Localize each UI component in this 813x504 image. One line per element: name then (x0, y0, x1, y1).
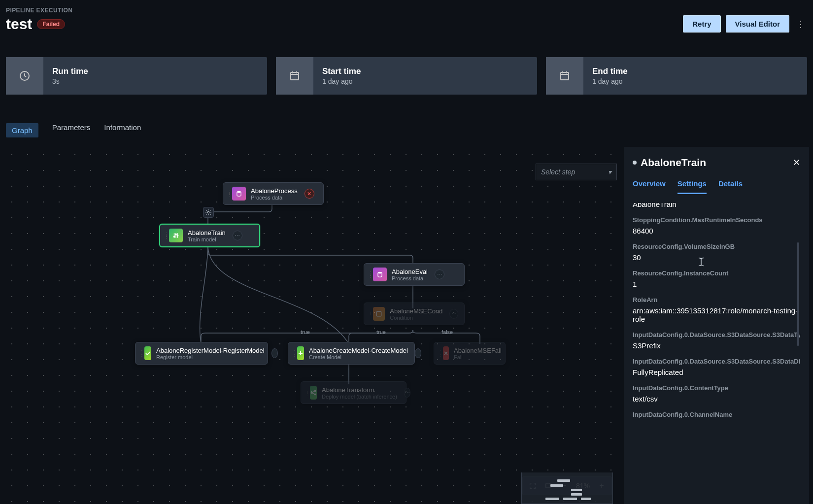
node-abalone-register-model[interactable]: ⋮⋮ AbaloneRegisterModel-RegisterModel Re… (135, 342, 268, 365)
tab-parameters[interactable]: Parameters (52, 123, 91, 137)
drag-handle-icon[interactable]: ⋮⋮ (305, 386, 308, 400)
drag-handle-icon[interactable]: ⋮⋮ (368, 307, 371, 321)
chevron-down-icon: ▾ (608, 168, 611, 176)
panel-tab-settings[interactable]: Settings (678, 179, 707, 194)
node-abalone-transform[interactable]: ⋮⋮ AbaloneTransform Deploy model (batch … (301, 381, 406, 404)
check-icon (144, 346, 151, 360)
plus-icon (297, 346, 304, 360)
pending-icon: ⋯ (233, 231, 242, 240)
node-abalone-train[interactable]: ⋮⋮ AbaloneTrain Train model ⋯ (159, 224, 260, 247)
node-subtitle: Process data (392, 275, 428, 281)
edge-label-true: true (376, 329, 386, 335)
svg-point-3 (207, 211, 209, 213)
text-cursor-icon (697, 257, 705, 269)
select-step-dropdown[interactable]: Select step ▾ (536, 164, 617, 180)
svg-point-7 (177, 235, 178, 236)
edge-label-false: false (441, 329, 453, 335)
node-subtitle: Train model (188, 236, 226, 242)
kv-value: arn:aws:iam::395135312817:role/monarch-t… (633, 306, 800, 323)
svg-point-10 (311, 392, 312, 393)
svg-point-5 (173, 236, 174, 237)
sliders-icon (169, 229, 183, 242)
gear-icon[interactable] (203, 207, 214, 218)
svg-point-11 (314, 390, 315, 391)
node-title: AbaloneRegisterModel-RegisterModel (156, 347, 265, 354)
tab-graph[interactable]: Graph (6, 123, 38, 137)
kv-label: StoppingCondition.MaxRuntimeInSeconds (633, 216, 800, 224)
node-title: AbaloneTransform (322, 386, 397, 394)
kv-value: FullyReplicated (633, 368, 800, 376)
kv-value: 1 (633, 280, 800, 288)
clock-icon (6, 57, 43, 95)
kv-label: ResourceConfig.VolumeSizeInGB (633, 243, 800, 250)
tab-information[interactable]: Information (104, 123, 141, 137)
breadcrumb: PIPELINE EXECUTION (6, 7, 72, 14)
node-title: AbaloneMSECond (390, 307, 442, 315)
drag-handle-icon[interactable]: ⋮⋮ (164, 229, 167, 242)
node-abalone-mse-cond[interactable]: ⋮⋮ AbaloneMSECond Condition ⋯ (364, 302, 465, 325)
page-title: test (6, 16, 32, 33)
kv-value: 30 (633, 253, 800, 262)
scrollbar[interactable] (797, 242, 799, 346)
drag-handle-icon[interactable]: ⋮⋮ (438, 346, 441, 360)
node-abalone-process[interactable]: ⋮⋮ AbaloneProcess Process data ✕ (223, 182, 324, 205)
svg-point-8 (378, 272, 382, 274)
kv-label: RoleArn (633, 296, 800, 303)
fail-icon: ✕ (305, 189, 314, 199)
node-abalone-create-model[interactable]: ⋮⋮ AbaloneCreateModel-CreateModel Create… (288, 342, 415, 365)
node-subtitle: Process data (251, 195, 298, 201)
kv-label: InputDataConfig.0.DataSource.S3DataSourc… (633, 358, 800, 365)
drag-handle-icon[interactable]: ⋮⋮ (292, 346, 295, 360)
pending-icon: ⋯ (435, 269, 444, 279)
runtime-card: Run time 3s (6, 57, 267, 95)
edge-label-true: true (301, 329, 310, 335)
drag-handle-icon[interactable]: ⋮⋮ (368, 268, 371, 281)
node-title: AbaloneCreateModel-CreateModel (309, 347, 408, 354)
node-subtitle: Register model (156, 354, 265, 360)
node-subtitle: Fail (454, 354, 502, 360)
kv-value: text/csv (633, 395, 800, 403)
panel-tab-details[interactable]: Details (718, 179, 743, 194)
runtime-label: Run time (52, 67, 88, 76)
starttime-card: Start time 1 day ago (276, 57, 537, 95)
status-badge: Failed (37, 19, 65, 29)
node-subtitle: Deploy model (batch inference) (322, 394, 397, 400)
step-details-panel: AbaloneTrain ✕ Overview Settings Details… (624, 147, 809, 504)
kv-label: InputDataConfig.0.DataSource.S3DataSourc… (633, 331, 800, 338)
kv-value: AbaloneTrain (633, 203, 800, 208)
retry-button[interactable]: Retry (683, 15, 720, 33)
kv-value: 86400 (633, 227, 800, 235)
node-title: AbaloneTrain (188, 229, 226, 236)
node-subtitle: Condition (390, 315, 442, 321)
calendar-icon (276, 57, 313, 95)
svg-rect-2 (561, 72, 569, 80)
svg-point-6 (175, 234, 176, 235)
condition-icon (373, 307, 385, 321)
x-icon (443, 346, 449, 360)
drag-handle-icon[interactable]: ⋮⋮ (227, 187, 230, 201)
database-icon (373, 268, 387, 281)
panel-title: AbaloneTrain (633, 157, 706, 168)
pending-icon: ⋯ (271, 348, 278, 358)
share-icon (310, 386, 317, 400)
node-abalone-eval[interactable]: ⋮⋮ AbaloneEval Process data ⋯ (364, 263, 465, 286)
svg-point-4 (237, 191, 241, 193)
kv-label: ResourceConfig.InstanceCount (633, 269, 800, 277)
more-icon[interactable]: ⋮ (794, 19, 807, 30)
svg-rect-9 (377, 311, 381, 316)
starttime-value: 1 day ago (322, 77, 361, 85)
panel-tab-overview[interactable]: Overview (633, 179, 666, 194)
svg-rect-1 (291, 72, 299, 80)
node-title: AbaloneMSEFail (454, 347, 502, 354)
pending-icon: ⋯ (415, 348, 421, 358)
kv-label: InputDataConfig.0.ChannelName (633, 411, 800, 418)
node-title: AbaloneProcess (251, 187, 298, 195)
pending-icon: ⋯ (404, 388, 410, 398)
node-abalone-mse-fail[interactable]: ⋮⋮ AbaloneMSEFail Fail (434, 342, 506, 365)
visual-editor-button[interactable]: Visual Editor (726, 15, 789, 33)
endtime-card: End time 1 day ago (546, 57, 807, 95)
close-icon[interactable]: ✕ (793, 157, 800, 168)
select-step-placeholder: Select step (541, 168, 575, 176)
minimap[interactable] (521, 472, 613, 504)
drag-handle-icon[interactable]: ⋮⋮ (139, 346, 142, 360)
